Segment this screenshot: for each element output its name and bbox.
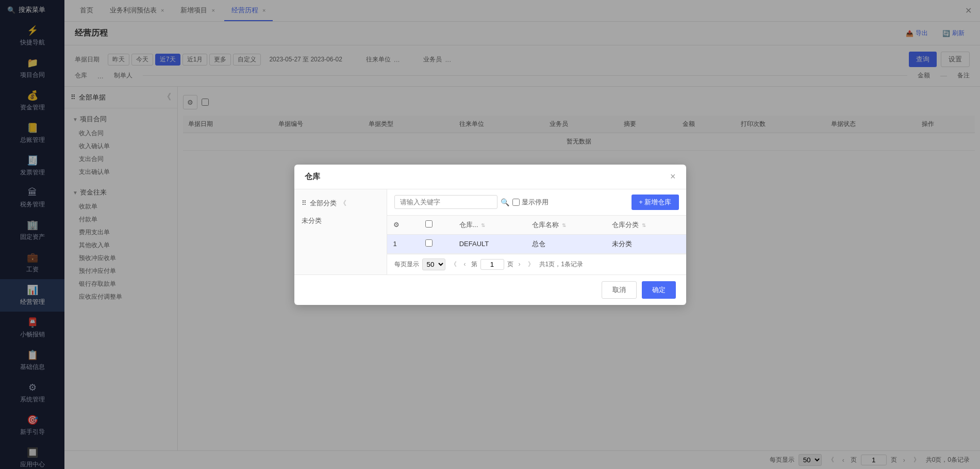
show-disabled-label: 显示停用 xyxy=(522,198,549,207)
row-checkbox[interactable] xyxy=(425,239,433,247)
modal-right-panel: 🔍 显示停用 + 新增仓库 xyxy=(387,189,686,274)
show-disabled-area: 显示停用 xyxy=(512,198,549,207)
gear-icon: ⚙ xyxy=(393,221,400,229)
modal-select-all[interactable] xyxy=(425,220,433,228)
modal-th-gear: ⚙ xyxy=(387,216,419,235)
modal-page-last[interactable]: 》 xyxy=(526,259,536,270)
sort-icon-name: ⇅ xyxy=(562,222,566,228)
modal-left-panel: ⠿ 全部分类 《 未分类 xyxy=(294,189,387,274)
modal-th-name[interactable]: 仓库名称 ⇅ xyxy=(526,216,606,235)
modal-page-prev[interactable]: ‹ xyxy=(462,260,468,269)
modal-actions: 取消 确定 xyxy=(294,274,686,305)
modal-cancel-button[interactable]: 取消 xyxy=(602,281,637,299)
modal-overlay: 仓库 × ⠿ 全部分类 《 未分类 xyxy=(0,0,980,469)
modal-page-input[interactable] xyxy=(480,259,504,270)
per-page-label-modal: 每页显示 xyxy=(394,260,419,269)
grid-icon-small: ⠿ xyxy=(302,199,307,207)
modal-left-collapse-btn[interactable]: 《 xyxy=(340,199,346,208)
row-name: 总仓 xyxy=(526,234,606,253)
row-index: 1 xyxy=(387,234,419,253)
category-all-label: 全部分类 xyxy=(310,199,337,208)
warehouse-modal: 仓库 × ⠿ 全部分类 《 未分类 xyxy=(294,165,686,305)
modal-warehouse-table: ⚙ 仓库... ⇅ 仓库名称 ⇅ xyxy=(387,216,686,254)
add-warehouse-button[interactable]: + 新增仓库 xyxy=(632,195,678,210)
modal-th-checkbox xyxy=(419,216,453,235)
modal-search-area: 🔍 显示停用 xyxy=(394,195,549,209)
row-checkbox-cell xyxy=(419,234,453,253)
modal-table-area: ⚙ 仓库... ⇅ 仓库名称 ⇅ xyxy=(387,216,686,254)
sort-icon-code: ⇅ xyxy=(481,222,485,228)
show-disabled-checkbox[interactable] xyxy=(512,199,520,206)
modal-page-first[interactable]: 《 xyxy=(449,259,459,270)
modal-th-code[interactable]: 仓库... ⇅ xyxy=(453,216,526,235)
modal-table-row[interactable]: 1 DEFAULT 总仓 未分类 xyxy=(387,234,686,253)
modal-per-page-select[interactable]: 50 xyxy=(422,258,445,270)
modal-search-input[interactable] xyxy=(394,195,497,209)
modal-search-button[interactable]: 🔍 xyxy=(501,198,509,206)
modal-header: 仓库 × xyxy=(294,165,686,189)
modal-body: ⠿ 全部分类 《 未分类 🔍 xyxy=(294,189,686,274)
modal-toolbar: 🔍 显示停用 + 新增仓库 xyxy=(387,189,686,216)
modal-category-all[interactable]: ⠿ 全部分类 《 xyxy=(294,195,387,212)
modal-page-unit: 页 xyxy=(507,260,513,269)
row-code: DEFAULT xyxy=(453,234,526,253)
modal-page-label: 第 xyxy=(471,260,477,269)
modal-category-uncategorized[interactable]: 未分类 xyxy=(294,212,387,230)
category-uncategorized-label: 未分类 xyxy=(302,216,322,225)
sort-icon-category: ⇅ xyxy=(642,222,646,228)
row-category: 未分类 xyxy=(606,234,686,253)
modal-th-category[interactable]: 仓库分类 ⇅ xyxy=(606,216,686,235)
modal-page-next[interactable]: › xyxy=(517,260,523,269)
modal-table-header: ⚙ 仓库... ⇅ 仓库名称 ⇅ xyxy=(387,216,686,235)
modal-close-btn[interactable]: × xyxy=(670,172,676,181)
modal-title: 仓库 xyxy=(305,172,320,182)
modal-footer-bar: 每页显示 50 《 ‹ 第 页 › 》 共1页，1条记录 xyxy=(387,254,686,274)
modal-pagination: 每页显示 50 《 ‹ 第 页 › 》 共1页，1条记录 xyxy=(394,258,583,270)
modal-total-label: 共1页，1条记录 xyxy=(539,260,583,269)
modal-confirm-button[interactable]: 确定 xyxy=(642,281,676,299)
